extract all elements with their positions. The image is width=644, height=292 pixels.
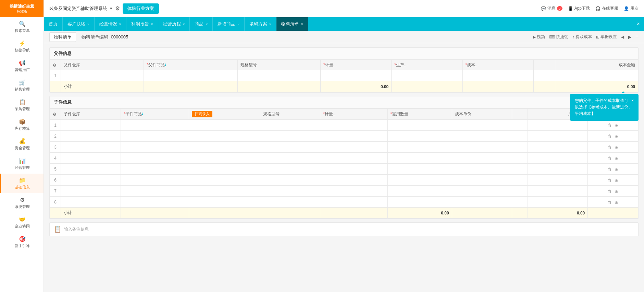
- sidebar-item-5[interactable]: 📦库存核算: [0, 115, 44, 135]
- parent-row-1-warehouse[interactable]: [61, 70, 144, 81]
- child-row-4-delete-icon[interactable]: 🗑: [607, 155, 612, 161]
- dropdown-arrow-icon[interactable]: ▾: [110, 6, 112, 11]
- child-row-6-warehouse[interactable]: [61, 175, 121, 186]
- nav-tab-close-8[interactable]: ×: [301, 22, 303, 26]
- child-row-3-delete-icon[interactable]: 🗑: [607, 144, 612, 150]
- child-row-1-spec[interactable]: [260, 120, 320, 131]
- online-service-button[interactable]: 🎧 在线客服: [595, 5, 618, 11]
- child-row-8-qty[interactable]: [387, 197, 452, 208]
- child-row-3-unit[interactable]: [320, 142, 372, 153]
- nav-tab-5[interactable]: 商品×: [190, 17, 213, 31]
- parent-col-settings[interactable]: ⚙: [50, 60, 61, 70]
- child-row-6-delete-icon[interactable]: 🗑: [607, 177, 612, 183]
- child-row-3-spec[interactable]: [260, 142, 320, 153]
- sidebar-item-6[interactable]: 💰资金管理: [0, 135, 44, 154]
- child-row-4-spec[interactable]: [260, 153, 320, 164]
- video-button[interactable]: ▶ 视频: [533, 34, 545, 40]
- child-row-4-warehouse[interactable]: [61, 153, 121, 164]
- child-col-settings[interactable]: ⚙: [50, 109, 61, 120]
- child-row-7-delete-icon[interactable]: 🗑: [607, 188, 612, 194]
- nav-tab-3[interactable]: 利润报告×: [126, 17, 158, 31]
- nav-tab-close-6[interactable]: ×: [237, 22, 239, 26]
- child-row-7-unit-price[interactable]: [452, 186, 512, 197]
- parent-row-1-cost[interactable]: [462, 70, 533, 81]
- parent-row-1-spec[interactable]: [238, 70, 321, 81]
- nav-tab-7[interactable]: 条码方案×: [245, 17, 276, 31]
- parent-row-1-produce[interactable]: [392, 70, 462, 81]
- sidebar-item-4[interactable]: 📋采购管理: [0, 95, 44, 115]
- child-row-7-unit[interactable]: [320, 186, 372, 197]
- child-row-8-delete-icon[interactable]: 🗑: [607, 199, 612, 205]
- child-row-5-product[interactable]: [121, 164, 189, 175]
- child-row-2-spec[interactable]: [260, 131, 320, 142]
- child-row-8-spec[interactable]: [260, 197, 320, 208]
- tooltip-close-button[interactable]: ×: [631, 97, 634, 104]
- child-row-6-unit-price[interactable]: [452, 175, 512, 186]
- doc-settings-button[interactable]: ⊞ 单据设置: [596, 34, 617, 40]
- child-row-4-copy-icon[interactable]: ⊞: [615, 155, 619, 161]
- child-row-7-warehouse[interactable]: [61, 186, 121, 197]
- nav-tab-close-1[interactable]: ×: [87, 22, 89, 26]
- child-row-5-delete-icon[interactable]: 🗑: [607, 166, 612, 172]
- sidebar-item-1[interactable]: ⚡快捷导航: [0, 37, 44, 56]
- sidebar-item-8[interactable]: 📁基础信息: [0, 174, 44, 193]
- child-row-1-qty[interactable]: [387, 120, 452, 131]
- child-row-1-delete-icon[interactable]: 🗑: [607, 122, 612, 128]
- try-button[interactable]: 体验行业方案: [123, 3, 159, 14]
- sidebar-item-0[interactable]: 🔍搜索菜单: [0, 17, 44, 37]
- parent-row-1-unit[interactable]: [321, 70, 392, 81]
- child-row-8-copy-icon[interactable]: ⊞: [615, 199, 619, 205]
- nav-tab-close-5[interactable]: ×: [206, 22, 208, 26]
- sub-tab-material-list[interactable]: 物料清单: [49, 32, 76, 42]
- child-row-4-unit[interactable]: [320, 153, 372, 164]
- child-row-8-warehouse[interactable]: [61, 197, 121, 208]
- nav-prev-icon[interactable]: ◀: [621, 35, 624, 39]
- child-row-7-qty[interactable]: [387, 186, 452, 197]
- app-download-button[interactable]: 📱 App下载: [568, 5, 590, 11]
- child-row-8-unit[interactable]: [320, 197, 372, 208]
- child-row-1-copy-icon[interactable]: ⊞: [615, 122, 619, 128]
- nav-tab-close-7[interactable]: ×: [269, 22, 271, 26]
- sidebar-item-3[interactable]: 🛒销售管理: [0, 76, 44, 95]
- gear-icon[interactable]: ⚙: [115, 5, 120, 12]
- child-row-5-qty[interactable]: [387, 164, 452, 175]
- child-row-4-product[interactable]: [121, 153, 189, 164]
- child-col-scan[interactable]: 扫码录入: [189, 109, 260, 120]
- child-row-5-unit-price[interactable]: [452, 164, 512, 175]
- child-row-2-delete-icon[interactable]: 🗑: [607, 133, 612, 139]
- child-row-8-unit-price[interactable]: [452, 197, 512, 208]
- nav-tab-close-4[interactable]: ×: [183, 22, 185, 26]
- sub-tab-code[interactable]: 物料清单编码 0000005: [77, 33, 132, 42]
- child-row-2-unit-price[interactable]: [452, 131, 512, 142]
- child-row-5-spec[interactable]: [260, 164, 320, 175]
- child-row-6-unit[interactable]: [320, 175, 372, 186]
- parent-row-1-product[interactable]: [144, 70, 237, 81]
- message-button[interactable]: 💬 消息 6: [541, 5, 562, 11]
- nav-close-all-button[interactable]: ×: [633, 21, 644, 27]
- child-row-2-product[interactable]: [121, 131, 189, 142]
- child-row-5-unit[interactable]: [320, 164, 372, 175]
- nav-tab-6[interactable]: 新增商品×: [213, 17, 245, 31]
- menu-expand-icon[interactable]: ≡: [635, 34, 639, 40]
- sidebar-item-10[interactable]: 🤝企业协同: [0, 213, 44, 232]
- nav-tab-close-2[interactable]: ×: [119, 22, 121, 26]
- nav-tab-1[interactable]: 客户联络×: [63, 17, 95, 31]
- nav-tab-2[interactable]: 经营情况×: [95, 17, 126, 31]
- child-row-3-product[interactable]: [121, 142, 189, 153]
- child-row-6-copy-icon[interactable]: ⊞: [615, 177, 619, 183]
- child-row-1-product[interactable]: [121, 120, 189, 131]
- child-row-1-warehouse[interactable]: [61, 120, 121, 131]
- nav-tab-close-3[interactable]: ×: [151, 22, 153, 26]
- nav-tab-4[interactable]: 经营历程×: [158, 17, 190, 31]
- user-menu-button[interactable]: 👤 用友: [624, 5, 639, 11]
- sidebar-item-7[interactable]: 📊经营管理: [0, 154, 44, 174]
- child-row-3-unit-price[interactable]: [452, 142, 512, 153]
- child-row-6-product[interactable]: [121, 175, 189, 186]
- child-row-6-qty[interactable]: [387, 175, 452, 186]
- child-row-7-copy-icon[interactable]: ⊞: [615, 188, 619, 194]
- child-row-6-spec[interactable]: [260, 175, 320, 186]
- child-row-5-copy-icon[interactable]: ⊞: [615, 166, 619, 172]
- nav-tab-0[interactable]: 首页: [44, 17, 63, 31]
- sidebar-item-11[interactable]: 🎯新手引导: [0, 232, 44, 252]
- child-row-7-spec[interactable]: [260, 186, 320, 197]
